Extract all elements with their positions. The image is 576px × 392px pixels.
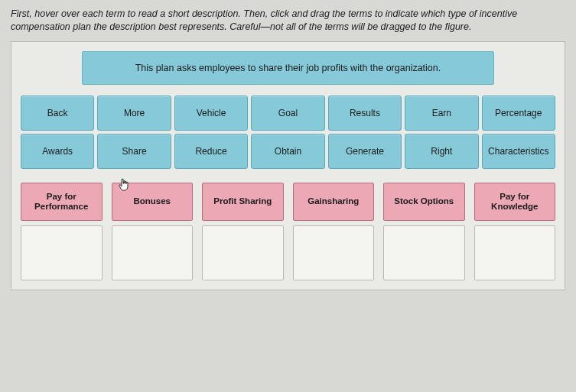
term-grid-row-1: Back More Vehicle Goal Results Earn Perc… <box>21 96 555 169</box>
term-share[interactable]: Share <box>97 134 171 169</box>
drop-zone-bonuses[interactable] <box>112 225 194 280</box>
category-profit-sharing: Profit Sharing <box>202 183 284 280</box>
term-generate[interactable]: Generate <box>328 134 402 169</box>
term-more[interactable]: More <box>97 96 171 131</box>
term-reduce[interactable]: Reduce <box>174 134 248 169</box>
prompt-bar: This plan asks employees to share their … <box>82 51 494 85</box>
term-percentage[interactable]: Percentage <box>482 96 555 131</box>
category-gainsharing: Gainsharing <box>293 183 375 280</box>
category-header-pay-for-performance: Pay for Performance <box>21 183 103 221</box>
term-back[interactable]: Back <box>21 96 94 131</box>
term-awards[interactable]: Awards <box>21 134 94 169</box>
category-stock-options: Stock Options <box>383 183 465 280</box>
term-obtain[interactable]: Obtain <box>251 134 324 169</box>
instructions-text: First, hover over each term to read a sh… <box>0 0 576 38</box>
category-header-pay-for-knowledge: Pay for Knowledge <box>474 183 556 221</box>
drop-zone-stock-options[interactable] <box>383 225 465 280</box>
category-header-stock-options: Stock Options <box>383 183 465 221</box>
term-right[interactable]: Right <box>405 134 478 169</box>
category-bonuses: Bonuses <box>112 183 194 280</box>
category-header-gainsharing: Gainsharing <box>293 183 375 221</box>
term-characteristics[interactable]: Characteristics <box>482 134 555 169</box>
term-vehicle[interactable]: Vehicle <box>174 96 248 131</box>
term-earn[interactable]: Earn <box>405 96 478 131</box>
category-grid: Pay for Performance Bonuses Profit Shari… <box>21 183 555 280</box>
drop-zone-pay-for-knowledge[interactable] <box>474 225 556 280</box>
term-goal[interactable]: Goal <box>251 96 324 131</box>
drop-zone-profit-sharing[interactable] <box>202 225 284 280</box>
category-header-bonuses: Bonuses <box>112 183 194 221</box>
category-header-profit-sharing: Profit Sharing <box>202 183 284 221</box>
term-results[interactable]: Results <box>328 96 402 131</box>
drop-zone-pay-for-performance[interactable] <box>21 225 103 280</box>
category-pay-for-knowledge: Pay for Knowledge <box>474 183 556 280</box>
activity-panel: This plan asks employees to share their … <box>11 41 565 290</box>
category-pay-for-performance: Pay for Performance <box>21 183 103 280</box>
drop-zone-gainsharing[interactable] <box>293 225 375 280</box>
